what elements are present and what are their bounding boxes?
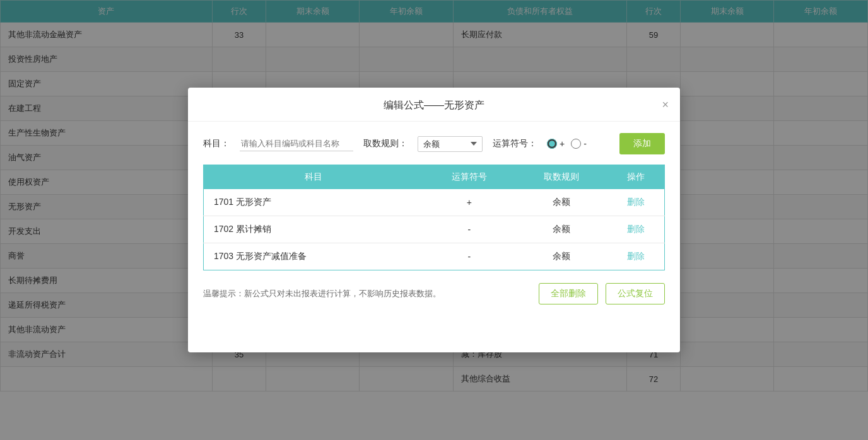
formula-rule-cell: 余额 bbox=[515, 243, 607, 270]
delete-row-button[interactable]: 删除 bbox=[627, 251, 645, 262]
close-button[interactable]: × bbox=[662, 99, 669, 110]
modal-overlay: 编辑公式——无形资产 × 科目： 取数规则： 余额 借方 贷方 借方发生额 贷方… bbox=[0, 0, 868, 440]
operator-plus-text: + bbox=[560, 139, 565, 149]
operator-minus-text: - bbox=[584, 139, 587, 149]
formula-form: 科目： 取数规则： 余额 借方 贷方 借方发生额 贷方发生额 运算符号： + bbox=[188, 122, 680, 165]
formula-rule-cell: 余额 bbox=[515, 216, 607, 243]
formula-action-cell: 删除 bbox=[607, 243, 664, 270]
modal-footer: 温馨提示：新公式只对未出报表进行计算，不影响历史报表数据。 全部删除 公式复位 bbox=[188, 270, 680, 304]
formula-subject-cell: 1703 无形资产减值准备 bbox=[204, 243, 423, 270]
subject-label: 科目： bbox=[203, 138, 230, 149]
table-row: 1702 累计摊销-余额删除 bbox=[204, 216, 665, 243]
rule-label: 取数规则： bbox=[363, 138, 408, 149]
add-button[interactable]: 添加 bbox=[619, 133, 665, 154]
operator-minus-label[interactable]: - bbox=[571, 139, 587, 149]
operator-plus-label[interactable]: + bbox=[547, 139, 565, 149]
modal-header: 编辑公式——无形资产 × bbox=[188, 88, 680, 122]
formula-operator-cell: - bbox=[423, 243, 515, 270]
formula-operator-cell: - bbox=[423, 216, 515, 243]
formula-action-cell: 删除 bbox=[607, 216, 664, 243]
modal-title: 编辑公式——无形资产 bbox=[384, 100, 484, 110]
table-row: 1703 无形资产减值准备-余额删除 bbox=[204, 243, 665, 270]
operator-minus-radio[interactable] bbox=[571, 139, 581, 149]
delete-row-button[interactable]: 删除 bbox=[627, 224, 645, 235]
edit-formula-modal: 编辑公式——无形资产 × 科目： 取数规则： 余额 借方 贷方 借方发生额 贷方… bbox=[188, 88, 680, 352]
reset-formula-button[interactable]: 公式复位 bbox=[606, 283, 665, 304]
formula-subject-cell: 1701 无形资产 bbox=[204, 189, 423, 216]
formula-action-cell: 删除 bbox=[607, 189, 664, 216]
operator-plus-radio[interactable] bbox=[547, 139, 557, 149]
subject-input[interactable] bbox=[240, 136, 353, 151]
operator-label: 运算符号： bbox=[493, 138, 537, 149]
formula-table-wrap: 科目运算符号取数规则操作 1701 无形资产+余额删除1702 累计摊销-余额删… bbox=[188, 165, 680, 270]
formula-subject-cell: 1702 累计摊销 bbox=[204, 216, 423, 243]
table-row: 1701 无形资产+余额删除 bbox=[204, 189, 665, 216]
formula-operator-cell: + bbox=[423, 189, 515, 216]
hint-text: 温馨提示：新公式只对未出报表进行计算，不影响历史报表数据。 bbox=[203, 288, 441, 299]
formula-col-header: 取数规则 bbox=[515, 165, 607, 190]
rule-select-wrap: 余额 借方 贷方 借方发生额 贷方发生额 bbox=[418, 136, 483, 152]
delete-row-button[interactable]: 删除 bbox=[627, 197, 645, 208]
operator-group: + - bbox=[547, 139, 587, 149]
formula-rule-cell: 余额 bbox=[515, 189, 607, 216]
formula-col-header: 运算符号 bbox=[423, 165, 515, 190]
rule-select[interactable]: 余额 借方 贷方 借方发生额 贷方发生额 bbox=[418, 136, 483, 152]
formula-table-body: 1701 无形资产+余额删除1702 累计摊销-余额删除1703 无形资产减值准… bbox=[204, 189, 665, 270]
formula-col-header: 科目 bbox=[204, 165, 423, 190]
formula-table: 科目运算符号取数规则操作 1701 无形资产+余额删除1702 累计摊销-余额删… bbox=[203, 165, 665, 270]
formula-table-head: 科目运算符号取数规则操作 bbox=[204, 165, 665, 190]
footer-buttons: 全部删除 公式复位 bbox=[539, 283, 665, 304]
delete-all-button[interactable]: 全部删除 bbox=[539, 283, 598, 304]
formula-col-header: 操作 bbox=[607, 165, 664, 190]
